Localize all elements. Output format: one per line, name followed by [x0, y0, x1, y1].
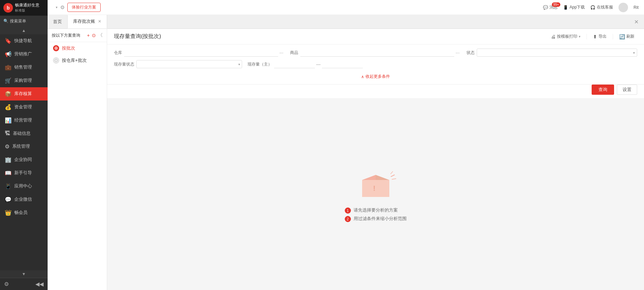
main-area: ▾ ⚙ 体验行业方案 💬 消息 99+ 📱 App下载 🎧 在线客服 Rit [48, 0, 644, 290]
apps-icon: 📱 [5, 183, 12, 189]
svg-line-8 [392, 179, 396, 179]
scheme-batch-label: 按批次 [62, 45, 75, 51]
query-button[interactable]: 查询 [592, 85, 614, 95]
topbar: ▾ ⚙ 体验行业方案 💬 消息 99+ 📱 App下载 🎧 在线客服 Rit [48, 0, 644, 15]
page-header-actions: 🖨 按模板打印 ▾ ⬆ 导出 🔄 刷新 [548, 32, 637, 41]
marketing-icon: 📢 [5, 51, 12, 57]
page-header: 现存量查询(按批次) 🖨 按模板打印 ▾ ⬆ 导出 🔄 [107, 29, 644, 44]
app-download-label: App下载 [570, 4, 585, 10]
topbar-dropdown-icon[interactable]: ▾ [56, 5, 57, 9]
collapse-filter-button[interactable]: ∧ 收起更多条件 [114, 72, 637, 80]
sidebar-item-member[interactable]: 👑 畅会员 [0, 206, 48, 219]
collapse-left-panel-icon[interactable]: 《 [98, 32, 103, 38]
filter-product: 商品 ··· [290, 49, 461, 57]
svg-line-9 [391, 171, 393, 174]
sidebar-item-shortcuts[interactable]: 🔖 快捷导航 [0, 34, 48, 48]
user-name: Rit [633, 5, 639, 10]
warehouse-input[interactable] [124, 49, 278, 57]
sidebar-item-label: 库存核算 [14, 91, 32, 97]
sidebar-item-basic-info[interactable]: 🏗 基础信息 [0, 127, 48, 140]
sidebar-item-label: 新手引导 [14, 170, 32, 176]
system-icon: ⚙ [5, 143, 10, 150]
edition-label: 标准版 [15, 8, 39, 13]
sidebar-item-apps[interactable]: 📱 应用中心 [0, 180, 48, 193]
refresh-icon: 🔄 [619, 34, 625, 39]
topbar-left: ▾ ⚙ 体验行业方案 [53, 3, 101, 12]
svg-point-1 [55, 48, 57, 49]
warehouse-label: 仓库 [114, 50, 122, 56]
empty-illustration: ! [355, 166, 396, 200]
add-scheme-icon[interactable]: + [87, 33, 90, 38]
warehouse-more-icon[interactable]: ··· [278, 50, 285, 55]
scheme-settings-icon[interactable]: ⊙ [92, 33, 96, 38]
sidebar-nav: 🔖 快捷导航 📢 营销推广 💼 销售管理 🛒 采购管理 📦 库存核算 💰 资金管… [0, 34, 48, 270]
sidebar-item-label: 销售管理 [14, 64, 32, 70]
hint-text-2: 用过滤条件来缩小分析范围 [354, 216, 407, 222]
search-menu[interactable]: 🔍 搜索菜单 [0, 16, 48, 27]
sidebar-item-label: 基础信息 [13, 130, 31, 137]
product-label: 商品 [290, 50, 298, 56]
close-panel-icon[interactable]: ✕ [634, 19, 639, 25]
scheme-dot-active [53, 45, 59, 51]
empty-hint-2: 2 用过滤条件来缩小分析范围 [345, 216, 407, 222]
sidebar-item-label: 应用中心 [14, 183, 32, 189]
sidebar-item-enterprise[interactable]: 🏢 企业协同 [0, 153, 48, 166]
print-dropdown-icon[interactable]: ▾ [579, 35, 580, 38]
tab-inventory-batch[interactable]: 库存批次账 ✕ [68, 15, 107, 29]
scheme-item-batch[interactable]: 按批次 [48, 42, 107, 54]
export-button[interactable]: ⬆ 导出 [590, 32, 609, 41]
print-icon: 🖨 [551, 34, 556, 39]
inventory-status-select[interactable] [136, 60, 242, 68]
sidebar-item-label: 系统管理 [12, 143, 30, 149]
sidebar-item-sales[interactable]: 💼 销售管理 [0, 61, 48, 74]
filter-inventory-status: 现存量状态 ▾ [114, 60, 242, 68]
settings-button[interactable]: 设置 [617, 85, 637, 95]
sidebar-item-label: 畅会员 [14, 210, 28, 216]
sales-icon: 💼 [5, 64, 12, 71]
inventory-qty-min-input[interactable] [274, 60, 315, 68]
sidebar-item-system[interactable]: ⚙ 系统管理 [0, 140, 48, 153]
sidebar-scroll-up[interactable]: ▲ [0, 27, 48, 34]
sidebar-scroll-down[interactable]: ▼ [0, 270, 48, 278]
online-service-button[interactable]: 🎧 在线客服 [590, 4, 613, 10]
sidebar-item-purchase[interactable]: 🛒 采购管理 [0, 74, 48, 87]
print-button[interactable]: 🖨 按模板打印 ▾ [548, 32, 583, 41]
filter-inventory-qty: 现存量（主） — [248, 60, 504, 68]
topbar-right: 💬 消息 99+ 📱 App下载 🎧 在线客服 Rit [543, 3, 639, 12]
product-input[interactable] [300, 49, 454, 57]
sidebar-item-operations[interactable]: 📊 经营管理 [0, 114, 48, 127]
messages-button[interactable]: 💬 消息 99+ [543, 4, 558, 10]
user-avatar[interactable] [618, 3, 628, 12]
search-menu-label: 搜索菜单 [10, 18, 26, 24]
hint-text-1: 请先选择要分析的方案 [354, 207, 398, 213]
refresh-button[interactable]: 🔄 刷新 [616, 32, 637, 41]
product-more-icon[interactable]: ··· [454, 50, 461, 55]
app-download-button[interactable]: 📱 App下载 [563, 4, 585, 10]
status-select[interactable] [477, 49, 637, 56]
sidebar-item-label: 营销推广 [14, 51, 32, 57]
topbar-gear-icon[interactable]: ⚙ [60, 4, 65, 11]
sidebar-item-marketing[interactable]: 📢 营销推广 [0, 48, 48, 61]
headset-icon: 🎧 [590, 5, 595, 10]
svg-line-7 [391, 175, 394, 177]
page-title: 现存量查询(按批次) [114, 33, 161, 40]
settings-icon[interactable]: ⚙ [4, 281, 9, 287]
sidebar-item-finance[interactable]: 💰 资金管理 [0, 101, 48, 114]
finance-icon: 💰 [5, 104, 12, 110]
sidebar-item-inventory[interactable]: 📦 库存核算 [0, 87, 48, 101]
operations-icon: 📊 [5, 117, 12, 124]
inventory-qty-max-input[interactable] [322, 60, 363, 68]
online-service-label: 在线客服 [597, 4, 613, 10]
trial-button[interactable]: 体验行业方案 [67, 3, 101, 12]
svg-text:!: ! [373, 184, 375, 193]
scheme-item-warehouse-batch[interactable]: 按仓库+批次 [48, 54, 107, 67]
empty-hint-1: 1 请先选择要分析的方案 [345, 207, 407, 214]
member-icon: 👑 [5, 210, 12, 216]
sidebar-item-guide[interactable]: 📖 新手引导 [0, 166, 48, 180]
tab-close-icon[interactable]: ✕ [98, 19, 101, 24]
sidebar-item-wechat[interactable]: 💬 企业微信 [0, 193, 48, 206]
search-icon: 🔍 [3, 19, 9, 23]
tab-home[interactable]: 首页 [48, 15, 68, 28]
action-divider2 [613, 34, 613, 39]
collapse-sidebar-icon[interactable]: ◀◀ [35, 281, 44, 287]
